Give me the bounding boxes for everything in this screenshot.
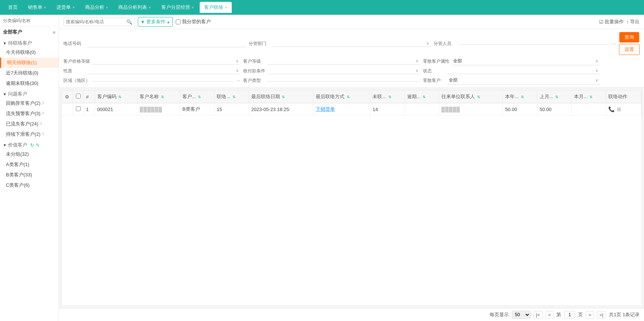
help-icon-3: ?: [40, 122, 42, 126]
filter-type-select[interactable]: [267, 80, 420, 82]
refresh-icon[interactable]: ↻: [30, 142, 34, 148]
filter-region-select[interactable]: [92, 80, 234, 82]
export-button[interactable]: ↑ 导出: [627, 18, 640, 25]
sidebar-item-7days-pending[interactable]: 近7天待联络(0): [0, 68, 59, 78]
set-button[interactable]: 设置: [619, 44, 640, 55]
chevron-down-icon-8: ∨: [595, 78, 598, 83]
my-customers-checkbox[interactable]: [176, 20, 181, 24]
filter-retail-select[interactable]: 全部 ∨: [452, 57, 600, 65]
filter-region: 区域（地区） ···: [63, 77, 240, 84]
col-unit-contact: 往来单位联系人 ⇅: [439, 90, 503, 103]
group-pending-contact[interactable]: ▼ 待联络客户: [0, 38, 59, 47]
sidebar-item-tomorrow-pending[interactable]: 明天待联络(1): [0, 58, 59, 68]
col-customer-code: 客户编码 ⇅: [95, 90, 137, 103]
sidebar-item-today-pending[interactable]: 今天待联络(0): [0, 47, 59, 58]
sort-icon-this-month[interactable]: ⇅: [589, 95, 592, 99]
first-page-button[interactable]: |<: [533, 311, 543, 319]
main-search-input[interactable]: [66, 19, 125, 24]
filter-panel: 电话号码 分管部门 ∨ 分管人员 ··· 查询 设置: [59, 29, 644, 88]
nav-purchase-order[interactable]: 进货单 ×: [52, 2, 79, 13]
nav-home[interactable]: 首页: [4, 2, 22, 13]
nav-customer-tiering[interactable]: 客户分层经营 ×: [157, 2, 198, 13]
cell-settings: [62, 103, 73, 115]
filter-nature-select[interactable]: ∨: [88, 68, 240, 74]
phone-icon[interactable]: 📞: [608, 106, 615, 112]
sort-icon-name[interactable]: ⇅: [161, 95, 164, 99]
collapse-icon[interactable]: «: [53, 29, 56, 35]
search-icon[interactable]: 🔍: [126, 19, 132, 25]
close-product-analysis-list-icon[interactable]: ×: [148, 5, 151, 10]
filter-payment-select[interactable]: ∨: [267, 68, 420, 74]
col-settings[interactable]: ⚙: [62, 90, 73, 103]
nav-product-analysis-list[interactable]: 商品分析列表 ×: [114, 2, 155, 13]
nav-customer-contact[interactable]: 客户联络 ×: [200, 2, 231, 13]
filter-region-dots[interactable]: ···: [236, 77, 240, 83]
filter-retail-customer-select[interactable]: 全部 ∨: [447, 76, 600, 84]
filter-status-select[interactable]: ∨: [447, 68, 600, 74]
close-product-analysis-icon[interactable]: ×: [106, 5, 108, 10]
sidebar-item-churn-warning[interactable]: 流失预警客户(3) ?: [0, 108, 59, 119]
batch-operation-button[interactable]: ☑ 批量操作: [599, 18, 624, 25]
filter-price-label: 客户价格等级: [63, 58, 90, 65]
query-button[interactable]: 查询: [619, 32, 639, 42]
filter-btn-label: 更多条件: [146, 18, 165, 25]
sort-icon-last-month[interactable]: ⇅: [555, 95, 558, 99]
sidebar-item-repurchase-abnormal[interactable]: 回购异常客户(2) ?: [0, 98, 59, 108]
sort-icon-type[interactable]: ⇅: [198, 95, 201, 99]
filter-level-label: 客户等级: [243, 58, 265, 65]
sort-icon-contacts[interactable]: ⇅: [232, 95, 235, 99]
sort-icon-overdue[interactable]: ⇅: [423, 95, 426, 99]
close-purchase-order-icon[interactable]: ×: [72, 5, 74, 10]
filter-person-dots[interactable]: ···: [612, 41, 616, 46]
more-filters-button[interactable]: ▼ 更多条件 ▲: [138, 17, 173, 27]
filter-price-select[interactable]: ∨: [92, 58, 240, 65]
sort-icon-date[interactable]: ⇅: [282, 95, 285, 99]
close-customer-contact-icon[interactable]: ×: [225, 5, 227, 10]
sidebar-item-class-c[interactable]: C类客户(6): [0, 180, 59, 190]
col-action: 联络动作: [606, 90, 641, 103]
filter-customer-level: 客户等级 ∨: [243, 58, 420, 65]
sort-icon-code[interactable]: ⇅: [118, 95, 121, 99]
page-number-input[interactable]: [564, 311, 575, 318]
my-customers-checkbox-label[interactable]: 我分管的客户: [176, 18, 211, 25]
sidebar-item-churned[interactable]: 已流失客户(24) ?: [0, 119, 59, 129]
close-customer-tiering-icon[interactable]: ×: [192, 5, 194, 10]
edit-icon[interactable]: ✎: [36, 142, 40, 148]
cell-index: 1: [84, 103, 95, 115]
sidebar-item-class-b[interactable]: B类客户(33): [0, 170, 59, 180]
filter-person-select[interactable]: [458, 43, 610, 45]
sidebar-search-input[interactable]: [3, 18, 58, 23]
sort-icon-year[interactable]: ⇅: [521, 95, 524, 99]
prev-page-button[interactable]: <: [546, 311, 554, 319]
filter-dept-select[interactable]: ∨: [273, 40, 431, 47]
filter-person-label: 分管人员: [434, 41, 456, 47]
customer-table: ⚙ # 客户编码 ⇅ 客户名称 ⇅ 客户... ⇅ 联络... ⇅ 最后联络日期…: [62, 90, 641, 115]
row-checkbox[interactable]: [76, 106, 81, 111]
sidebar-item-declining[interactable]: 持续下滑客户(2) ?: [0, 129, 59, 139]
contact-method-link[interactable]: 下销货单: [316, 106, 335, 112]
select-all-checkbox[interactable]: [76, 94, 81, 99]
filter-payment-label: 收付款条件: [243, 68, 265, 74]
sidebar-item-overdue-contact[interactable]: 逾期未联络(30): [0, 78, 59, 89]
filter-phone-input[interactable]: [88, 40, 246, 47]
sort-icon-method[interactable]: ⇅: [347, 95, 350, 99]
all-customers-header[interactable]: 全部客户 «: [0, 27, 59, 38]
nav-sales-order[interactable]: 销售单 ×: [24, 2, 50, 13]
group-value-customers[interactable]: ▼ 价值客户 ↻ ✎: [0, 139, 59, 149]
per-page-select[interactable]: 50 100 200: [512, 311, 531, 319]
last-page-button[interactable]: >|: [597, 311, 606, 319]
toolbar: 🔍 ▼ 更多条件 ▲ 我分管的客户 ☑ 批量操作 ↑ 导出: [59, 15, 644, 29]
grid-icon[interactable]: ⊞: [617, 106, 621, 112]
cell-no-contact: 14: [370, 103, 405, 115]
sidebar-item-class-a[interactable]: A类客户(1): [0, 159, 59, 170]
filter-level-select[interactable]: ∨: [267, 58, 420, 65]
sort-icon-unit[interactable]: ⇅: [477, 95, 480, 99]
group-problem-customers[interactable]: ▼ 问题客户: [0, 89, 59, 98]
sort-icon-no-contact[interactable]: ⇅: [388, 95, 391, 99]
next-page-button[interactable]: >: [586, 311, 594, 319]
filter-person: 分管人员 ···: [434, 41, 616, 47]
masked-customer-name: ██████: [140, 107, 162, 112]
close-sales-order-icon[interactable]: ×: [44, 5, 46, 10]
sidebar-item-ungrouped[interactable]: 未分组(32): [0, 149, 59, 159]
nav-product-analysis[interactable]: 商品分析 ×: [81, 2, 112, 13]
